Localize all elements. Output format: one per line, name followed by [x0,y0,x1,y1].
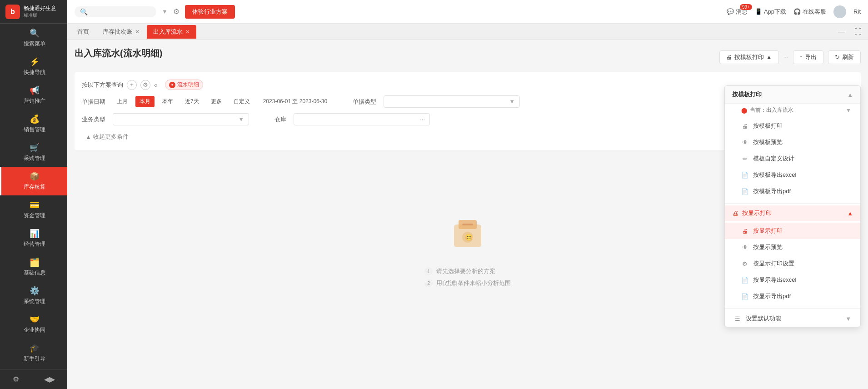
user-name[interactable]: Rit [853,8,861,15]
tab-flow[interactable]: 出入库流水 ✕ [147,25,196,39]
sidebar-item-corp[interactable]: 🤝 企业协同 [0,310,67,339]
date-custom-btn[interactable]: 自定义 [229,96,254,107]
dropdown-template-pdf[interactable]: 📄 按模板导出pdf [725,183,860,199]
search-box-icon: 🔍 [80,8,88,15]
display-pdf-icon: 📄 [741,293,748,300]
tag-label: 流水明细 [177,81,199,89]
filter-collapse-icon[interactable]: « [154,81,158,89]
print-template-btn[interactable]: 🖨 按模板打印 ▲ [719,50,779,64]
template-preview-label: 按模板预览 [753,138,783,146]
display-section-icon: 🖨 [732,209,738,217]
flash-icon: ⚡ [30,57,40,67]
pdf-icon: 📄 [741,188,748,195]
sidebar-item-purchase[interactable]: 🛒 采购管理 [0,138,67,167]
display-excel-label: 按显示导出excel [753,276,796,284]
message-icon: 💬 [727,8,734,15]
sidebar-item-label: 采购管理 [24,155,45,162]
sidebar-item-finance[interactable]: 💳 资金管理 [0,195,67,224]
date-more-btn[interactable]: 更多 [207,96,226,107]
trial-btn[interactable]: 体验行业方案 [185,5,235,19]
warehouse-select[interactable]: ··· [294,113,430,125]
dropdown-template-print[interactable]: 🖨 按模板打印 [725,118,860,134]
sidebar-item-inventory[interactable]: 📦 库存核算 [0,167,67,195]
megaphone-icon: 📢 [30,85,40,95]
refresh-btn[interactable]: ↻ 刷新 [828,50,861,64]
sidebar-item-label: 资金管理 [24,212,45,219]
date-filter-label: 单据日期 [82,98,105,106]
tab-flow-close-icon[interactable]: ✕ [185,29,190,35]
app-download-btn[interactable]: 📱 App下载 [755,8,786,16]
dropdown-display-print[interactable]: 🖨 按显示打印 [725,223,860,239]
sidebar-item-label: 新手引导 [24,355,45,363]
dropdown-display-pdf[interactable]: 📄 按显示导出pdf [725,288,860,304]
svg-text:😊: 😊 [465,234,473,241]
dropdown-header-label: 按模板打印 [732,90,762,99]
sidebar: b 畅捷通好生意 标准版 🔍 搜索菜单 ⚡ 快捷导航 📢 营销推广 💰 销售管理… [0,0,67,389]
filter-tag-item[interactable]: ✦ 流水明细 [165,80,203,90]
tab-batch-close-icon[interactable]: ✕ [135,29,140,35]
sidebar-item-marketing[interactable]: 📢 营销推广 [0,81,67,110]
logo-icon: b [5,5,20,19]
search-icon: 🔍 [30,28,40,38]
sidebar-item-quicknav[interactable]: ⚡ 快捷导航 [0,52,67,81]
tab-batch[interactable]: 库存批次账 ✕ [96,25,146,39]
online-service-btn[interactable]: 🎧 在线客服 [793,8,826,16]
chart-icon: 📊 [30,229,40,239]
dropdown-template-custom[interactable]: ✏ 模板自定义设计 [725,150,860,167]
step2-text: 用[过滤]条件来缩小分析范围 [436,277,510,289]
date-last-month-btn[interactable]: 上月 [113,96,132,107]
filter-setting-btn[interactable]: ⚙ [140,80,150,90]
sidebar-item-sales[interactable]: 💰 销售管理 [0,110,67,138]
default-func-chevron: ▼ [845,315,851,322]
date-this-month-btn[interactable]: 本月 [135,96,155,107]
date-7days-btn[interactable]: 近7天 [181,96,203,107]
voucher-type-select[interactable]: ▼ [384,95,520,108]
sidebar-item-label: 销售管理 [24,126,45,134]
search-box[interactable]: 🔍 [75,6,156,17]
search-input[interactable] [90,8,136,15]
dropdown-display-excel[interactable]: 📄 按显示导出excel [725,272,860,288]
tab-maximize-btn[interactable]: ⛶ [852,27,864,37]
dropdown-default-func[interactable]: ☰ 设置默认功能 ▼ [725,310,860,327]
dropdown-template-excel[interactable]: 📄 按模板导出excel [725,167,860,183]
tab-flow-label: 出入库流水 [153,28,183,36]
page-action-bar: 🖨 按模板打印 ▲ ··· ↑ 导出 ↻ 刷新 [719,50,861,64]
dropdown-display-preview[interactable]: 👁 按显示预览 [725,239,860,255]
dropdown-display-settings[interactable]: ⚙ 按显示打印设置 [725,255,860,272]
sidebar-nav: 🔍 搜索菜单 ⚡ 快捷导航 📢 营销推广 💰 销售管理 🛒 采购管理 📦 库存核… [0,24,67,369]
sidebar-item-operations[interactable]: 📊 经营管理 [0,224,67,253]
message-btn[interactable]: 💬 消息 99+ [727,8,748,16]
settings-icon[interactable]: ⚙ [13,375,19,384]
template-pdf-label: 按模板导出pdf [753,187,791,195]
display-excel-icon: 📄 [741,276,748,284]
app-download-label: App下载 [764,8,786,16]
user-avatar[interactable] [833,5,846,18]
sidebar-item-label: 企业协同 [24,326,45,334]
collapse-btn[interactable]: ▲ 收起更多条件 [82,131,132,143]
tab-home[interactable]: 首页 [71,25,95,39]
warehouse-label: 仓库 [274,115,286,124]
collapse-sidebar-icon[interactable]: ◀▶ [44,375,55,384]
settings-gear-icon[interactable]: ⚙ [173,7,180,16]
dropdown-arrow-icon[interactable]: ▼ [162,8,168,15]
tab-bar: 首页 库存批次账 ✕ 出入库流水 ✕ — ⛶ [67,24,868,40]
display-settings-icon: ⚙ [741,260,748,267]
export-btn[interactable]: ↑ 导出 [793,50,824,64]
dropdown-display-section-header[interactable]: 🖨 按显示打印 ▲ [725,205,860,221]
dropdown-divider [725,203,860,204]
sidebar-item-search[interactable]: 🔍 搜索菜单 [0,24,67,52]
date-this-year-btn[interactable]: 本年 [158,96,177,107]
sidebar-item-basic[interactable]: 🗂️ 基础信息 [0,253,67,281]
dropdown-template-preview[interactable]: 👁 按模板预览 [725,134,860,150]
tab-minimize-btn[interactable]: — [835,27,848,37]
template-print-label: 按模板打印 [753,122,783,130]
voucher-type-label: 单据类型 [353,98,376,106]
sidebar-item-label: 经营管理 [24,240,45,248]
business-type-select[interactable]: ▼ [113,113,249,125]
sidebar-item-system[interactable]: ⚙️ 系统管理 [0,281,67,310]
tab-batch-label: 库存批次账 [103,28,132,36]
filter-add-btn[interactable]: + [127,80,137,90]
empty-state-image: 😊 [445,211,490,256]
sidebar-item-guide[interactable]: 🎓 新手引导 [0,339,67,367]
sidebar-item-label: 库存核算 [24,183,45,191]
